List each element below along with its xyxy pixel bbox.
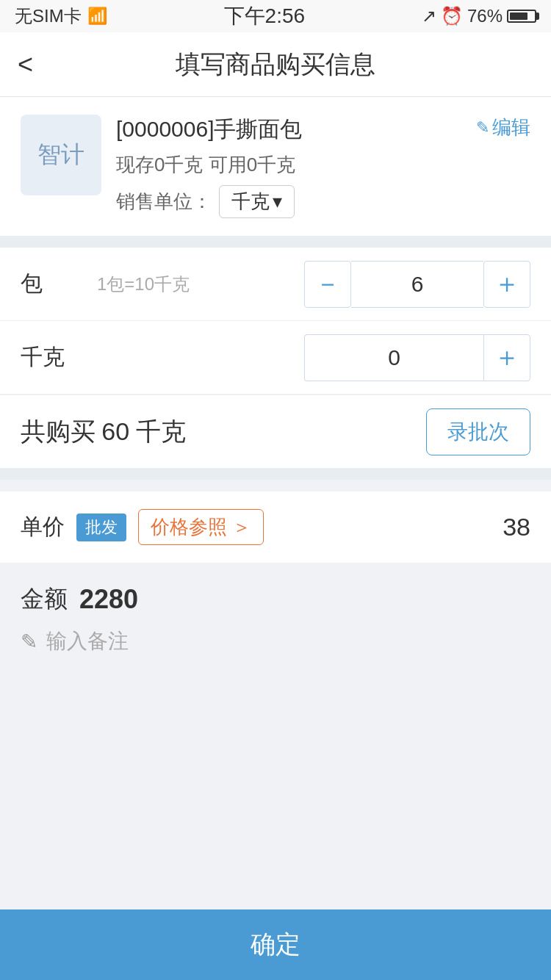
- section-divider-1: [0, 236, 551, 248]
- price-ref-button[interactable]: 价格参照 ＞: [138, 509, 264, 545]
- section-divider-2: [0, 468, 551, 480]
- price-tag: 批发: [76, 514, 126, 541]
- carrier-text: 无SIM卡: [15, 4, 82, 28]
- product-logo: 智计: [37, 139, 84, 171]
- unit-label: 销售单位：: [116, 189, 212, 215]
- bao-input-row: 包 1包=10千克 － ＋: [0, 248, 551, 321]
- input-section: 包 1包=10千克 － ＋ 千克 ＋ 共购买 60 千克 录批次: [0, 248, 551, 468]
- unit-dropdown[interactable]: 千克 ▾: [219, 185, 295, 218]
- product-info: [0000006]手撕面包 现存0千克 可用0千克 销售单位： 千克 ▾: [116, 115, 530, 218]
- status-bar: 无SIM卡 📶 下午2:56 ↗ ⏰ 76%: [0, 0, 551, 32]
- amount-value: 2280: [79, 584, 138, 615]
- wifi-icon: 📶: [87, 7, 107, 26]
- bao-minus-button[interactable]: －: [304, 261, 351, 308]
- product-name: [0000006]手撕面包: [116, 115, 530, 145]
- battery-percent: 76%: [467, 6, 503, 26]
- product-stock: 现存0千克 可用0千克: [116, 152, 530, 178]
- kg-input[interactable]: [304, 334, 483, 381]
- page-title: 填写商品购买信息: [176, 48, 375, 82]
- edit-label: 编辑: [492, 115, 530, 140]
- status-time: 下午2:56: [224, 2, 306, 30]
- back-button[interactable]: <: [18, 49, 33, 80]
- battery-icon: [507, 10, 536, 23]
- summary-text: 共购买 60 千克: [21, 415, 186, 449]
- location-icon: ↗: [422, 6, 436, 26]
- price-section: 单价 批发 价格参照 ＞ 38: [0, 491, 551, 563]
- nav-bar: < 填写商品购买信息: [0, 32, 551, 97]
- kg-input-row: 千克 ＋: [0, 321, 551, 394]
- bao-sublabel: 1包=10千克: [97, 273, 190, 296]
- kg-plus-button[interactable]: ＋: [483, 334, 530, 381]
- status-left: 无SIM卡 📶: [15, 4, 107, 28]
- bao-input[interactable]: [351, 261, 483, 308]
- note-row[interactable]: ✎ 输入备注: [21, 627, 530, 655]
- amount-label: 金额: [21, 583, 68, 616]
- spacer: [0, 667, 551, 932]
- edit-icon: ✎: [476, 118, 489, 137]
- summary-label: 共购买: [21, 417, 96, 445]
- confirm-label: 确定: [251, 928, 300, 962]
- product-unit: 销售单位： 千克 ▾: [116, 185, 530, 218]
- bao-label: 包: [21, 269, 79, 299]
- unit-value: 千克: [231, 189, 270, 215]
- alarm-icon: ⏰: [441, 6, 463, 26]
- amount-section: 金额 2280 ✎ 输入备注: [0, 563, 551, 667]
- kg-controls: ＋: [304, 334, 530, 381]
- product-card: 智计 [0000006]手撕面包 现存0千克 可用0千克 销售单位： 千克 ▾ …: [0, 97, 551, 236]
- price-value: 38: [503, 513, 530, 541]
- amount-row: 金额 2280: [21, 583, 530, 616]
- edit-button[interactable]: ✎ 编辑: [476, 115, 530, 140]
- summary-row: 共购买 60 千克 录批次: [0, 394, 551, 468]
- price-label: 单价: [21, 512, 65, 542]
- product-image: 智计: [21, 115, 101, 195]
- kg-label: 千克: [21, 342, 79, 372]
- confirm-button[interactable]: 确定: [0, 909, 551, 980]
- batch-button[interactable]: 录批次: [426, 408, 530, 455]
- summary-unit: 千克: [136, 417, 186, 445]
- status-right: ↗ ⏰ 76%: [422, 6, 536, 26]
- note-placeholder: 输入备注: [46, 627, 129, 655]
- dropdown-arrow: ▾: [273, 190, 282, 213]
- bao-plus-button[interactable]: ＋: [483, 261, 530, 308]
- bao-controls: － ＋: [304, 261, 530, 308]
- pencil-icon: ✎: [21, 630, 37, 654]
- summary-qty: 60: [101, 417, 129, 445]
